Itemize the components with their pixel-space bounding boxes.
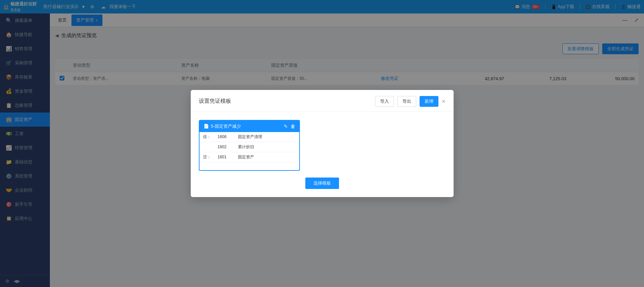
modal-overlay[interactable]: 设置凭证模板 导入 导出 新增 × <box>50 27 644 287</box>
empty-cell3 <box>235 162 280 170</box>
entry-amount2-debit2 <box>289 142 299 152</box>
page-content: ◀ 生成的凭证预览 批量调整模板 全部生成凭证 <box>50 27 644 287</box>
template-edit-btn[interactable]: ✎ <box>284 124 288 129</box>
modal-header: 设置凭证模板 导入 导出 新增 × <box>191 90 454 112</box>
template-row-debit2: 1602 累计折旧 <box>200 142 299 152</box>
entry-type-debit2 <box>200 142 214 152</box>
empty-cell2 <box>214 162 235 170</box>
empty-cell5 <box>289 162 299 170</box>
modal-title: 设置凭证模板 <box>199 98 231 105</box>
entry-type-debit1: 借： <box>200 132 214 142</box>
template-card-actions: ✎ 🗑 <box>284 124 295 129</box>
template-card-title: 📄 5-固定资产减少 <box>204 123 241 129</box>
entry-code-debit2: 1602 <box>214 142 235 152</box>
template-row-empty <box>200 162 299 170</box>
template-inner-table: 借： 1606 固定资产清理 <box>200 132 299 170</box>
template-card: 📄 5-固定资产减少 ✎ 🗑 <box>199 120 300 171</box>
template-grid: 📄 5-固定资产减少 ✎ 🗑 <box>199 120 446 171</box>
add-template-btn[interactable]: 新增 <box>420 96 438 107</box>
empty-cell4 <box>279 162 289 170</box>
entry-name-debit1: 固定资产清理 <box>235 132 280 142</box>
template-row-debit1: 借： 1606 固定资产清理 <box>200 132 299 142</box>
entry-name-debit2: 累计折旧 <box>235 142 280 152</box>
entry-amount2-credit1 <box>289 152 299 162</box>
entry-type-credit1: 贷： <box>200 152 214 162</box>
entry-code-credit1: 1601 <box>214 152 235 162</box>
modal-close-btn[interactable]: × <box>442 98 446 104</box>
empty-cell1 <box>200 162 214 170</box>
choose-btn-wrap: 选择模板 <box>199 178 446 189</box>
voucher-template-modal: 设置凭证模板 导入 导出 新增 × <box>191 90 454 197</box>
export-btn[interactable]: 导出 <box>397 96 416 107</box>
template-card-header: 📄 5-固定资产减少 ✎ 🗑 <box>200 121 299 132</box>
content-area: 首页 资产管理 × — ⤢ ◀ 生成的凭证预览 <box>50 13 644 287</box>
import-btn[interactable]: 导入 <box>375 96 394 107</box>
template-name: 5-固定资产减少 <box>211 123 241 129</box>
choose-template-btn[interactable]: 选择模板 <box>305 178 339 189</box>
entry-amount-debit1 <box>279 132 289 142</box>
entry-amount-credit1 <box>279 152 289 162</box>
modal-body: 📄 5-固定资产减少 ✎ 🗑 <box>191 112 454 197</box>
entry-amount-debit2 <box>279 142 289 152</box>
template-row-credit1: 贷： 1601 固定资产 <box>200 152 299 162</box>
entry-code-debit1: 1606 <box>214 132 235 142</box>
template-doc-icon: 📄 <box>204 124 209 129</box>
entry-name-credit1: 固定资产 <box>235 152 280 162</box>
template-card-body: 借： 1606 固定资产清理 <box>200 132 299 170</box>
modal-top-actions: 导入 导出 新增 × <box>375 96 446 107</box>
entry-amount2-debit1 <box>289 132 299 142</box>
template-delete-btn[interactable]: 🗑 <box>290 124 295 129</box>
